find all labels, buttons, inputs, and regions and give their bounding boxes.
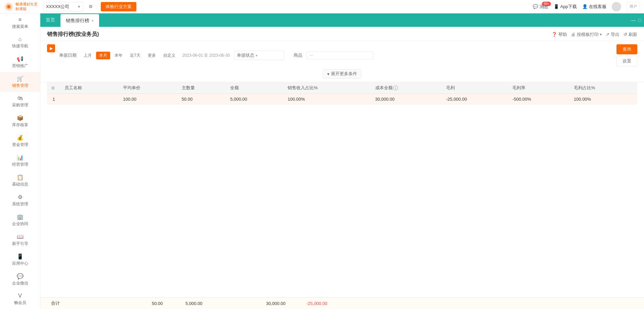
footer-gross: -25,000.00 (302, 301, 343, 306)
th-settings[interactable]: ⚙ (47, 82, 60, 94)
data-table: ⚙ 员工名称 平均单价 主数量 全额 销售收入占比% 成本全额 (47, 82, 637, 105)
sidebar-item-inventory[interactable]: 📦 库存核算 (0, 111, 40, 131)
print-btn[interactable]: 🖨 按模板打印 ▾ (571, 32, 602, 38)
chevron-down-icon: ▾ (78, 4, 80, 9)
expand-more-label: 展开更多条件 (331, 71, 357, 77)
notification-btn[interactable]: 💬 消息 99+ (533, 4, 548, 10)
sidebar-label-app-center: 应用中心 (12, 261, 28, 266)
sidebar-item-quick-nav[interactable]: ⌂ 快捷导航 (0, 33, 40, 52)
th-cost-label: 成本全额 i (375, 85, 398, 91)
sidebar-label-quick-nav: 快捷导航 (12, 43, 28, 49)
app-download-btn[interactable]: 📱 App下载 (554, 4, 577, 10)
filter-inputs: 单据日期 上月 本月 本年 近7天 更多 自定义 2023-06-01 至 20… (59, 44, 637, 66)
sidebar-item-wechat[interactable]: 💬 企业微信 (0, 270, 40, 290)
trial-button[interactable]: 体验行业方案 (101, 2, 136, 11)
footer-amount: 5,000.00 (181, 301, 222, 306)
svg-point-2 (7, 5, 10, 8)
sidebar-item-sales[interactable]: 🛒 销售管理 (0, 72, 40, 92)
help-label: 帮助 (558, 32, 567, 38)
this-month-btn[interactable]: 本月 (96, 52, 110, 59)
footer-total-label: 合计 (47, 300, 114, 306)
sidebar-item-operations[interactable]: 📊 经营管理 (0, 151, 40, 171)
this-year-btn[interactable]: 本年 (112, 52, 126, 59)
header-actions: ❓ 帮助 🖨 按模板打印 ▾ ↗ 导出 ↺ (552, 32, 637, 38)
last7-btn[interactable]: 近7天 (127, 52, 143, 59)
avatar[interactable] (612, 2, 621, 11)
table-footer: 合计 50.00 5,000.00 30,000.00 -25,000.00 (40, 297, 644, 309)
refresh-btn[interactable]: ↺ 刷新 (624, 32, 637, 38)
sidebar-label-search-orders: 搜索菜单 (12, 24, 28, 30)
sidebar-item-basic-info[interactable]: 📋 基础信息 (0, 171, 40, 191)
refresh-icon: ↺ (624, 32, 627, 37)
last-month-btn[interactable]: 上月 (81, 52, 95, 59)
date-range-display: 2023-06-01 至 2023-06-30 (182, 53, 230, 58)
sidebar-icon-search-orders: ≡ (18, 17, 22, 23)
tab-home-label: 首页 (46, 17, 55, 23)
status-filter[interactable]: 单据状态 ▾ (234, 51, 284, 60)
cell-sales-pct: 100.00% (284, 94, 371, 105)
cell-cost: 30,000.00 (371, 94, 442, 105)
sidebar-icon-member: V (18, 293, 22, 299)
tab-bar-right: — □ (631, 17, 644, 23)
sidebar-icon-finance: 💰 (17, 135, 24, 141)
sidebar-item-finance[interactable]: 💰 资金管理 (0, 131, 40, 151)
content-area: 首页 销售排行榜 × — □ 销售排行榜(按业务员) (40, 13, 644, 309)
filter-area: ▶ 单据日期 上月 本月 本年 近7天 更多 自定义 (40, 41, 644, 82)
print-label: 按模板打印 (577, 32, 599, 38)
sidebar-icon-sales: 🛒 (17, 75, 24, 82)
th-avg-price: 平均单价 (119, 82, 177, 94)
company-name: XXXXX公司 (46, 4, 69, 10)
sidebar-item-search-orders[interactable]: ≡ 搜索菜单 (0, 13, 40, 33)
online-service-btn[interactable]: 👤 在线客服 (582, 4, 606, 10)
sidebar-item-marketing[interactable]: 📢 营销推广 (0, 52, 40, 72)
settings-icon-btn[interactable]: ⚙ (86, 2, 95, 11)
export-icon: ↗ (606, 32, 609, 37)
tab-active-label: 销售排行榜 (66, 18, 89, 24)
expand-more-btn[interactable]: ▾ 展开更多条件 (323, 69, 361, 79)
sidebar-icon-basic-info: 📋 (17, 174, 24, 181)
goods-dots-icon: ··· (309, 53, 313, 58)
export-btn[interactable]: ↗ 导出 (606, 32, 619, 38)
cost-info-icon[interactable]: i (393, 86, 398, 90)
settings-button[interactable]: 设置 (616, 56, 637, 66)
avatar-name[interactable]: 用户 (627, 2, 640, 11)
page-content: 销售排行榜(按业务员) ❓ 帮助 🖨 按模板打印 ▾ ↗ (40, 27, 644, 309)
cell-gross-rate: -500.00% (508, 94, 570, 105)
custom-btn[interactable]: 自定义 (160, 52, 178, 59)
help-btn[interactable]: ❓ 帮助 (552, 32, 567, 38)
more-date-btn[interactable]: 更多 (145, 52, 159, 59)
col-settings-icon[interactable]: ⚙ (51, 86, 55, 91)
tab-home[interactable]: 首页 (40, 13, 60, 27)
expand-more-icon: ▾ (327, 71, 330, 76)
sidebar-item-member[interactable]: V 畅会员 (0, 290, 40, 309)
sidebar-item-purchase[interactable]: 🛍 采购管理 (0, 92, 40, 111)
sidebar-item-app-center[interactable]: 📱 应用中心 (0, 250, 40, 270)
tab-maximize-icon[interactable]: □ (639, 17, 641, 23)
sidebar-item-enterprise[interactable]: 🏢 企业协同 (0, 210, 40, 230)
logo-icon (4, 2, 13, 11)
sidebar-icon-purchase: 🛍 (17, 95, 23, 101)
sidebar-item-guide[interactable]: 📖 新手引导 (0, 230, 40, 250)
cell-amount: 5,000.00 (226, 94, 284, 105)
top-bar-right: 💬 消息 99+ 📱 App下载 👤 在线客服 用户 (533, 2, 640, 11)
online-service-label: 在线客服 (589, 4, 606, 10)
tab-sales-ranking[interactable]: 销售排行榜 × (60, 14, 99, 28)
tab-minimize-icon[interactable]: — (631, 17, 636, 23)
company-selector[interactable]: XXXXX公司 ▾ (43, 2, 83, 11)
sidebar-item-system[interactable]: ⚙ 系统管理 (0, 191, 40, 210)
th-sales-pct: 销售收入占比% (284, 82, 371, 94)
th-gross-pct: 毛利占比% (570, 82, 637, 94)
th-gross: 毛利 (442, 82, 509, 94)
sidebar-label-sales: 销售管理 (12, 83, 28, 89)
sidebar-icon-inventory: 📦 (17, 115, 24, 121)
query-button[interactable]: 查询 (616, 44, 637, 54)
sidebar-label-inventory: 库存核算 (12, 122, 28, 128)
page-header: 销售排行榜(按业务员) ❓ 帮助 🖨 按模板打印 ▾ ↗ (40, 27, 644, 41)
tab-close-icon[interactable]: × (91, 18, 94, 23)
goods-filter[interactable]: ··· (306, 51, 374, 59)
sidebar-icon-wechat: 💬 (17, 273, 24, 279)
filter-expand-btn[interactable]: ▶ (47, 44, 55, 52)
footer-cost: 30,000.00 (262, 301, 302, 306)
cell-employee (60, 94, 119, 105)
question-icon: ❓ (552, 32, 557, 37)
